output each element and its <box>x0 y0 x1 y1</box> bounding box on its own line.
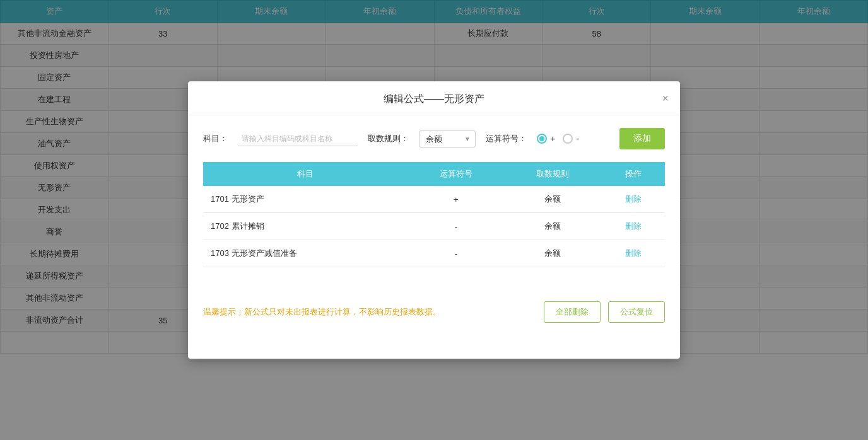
radio-plus-icon <box>537 134 547 144</box>
row2-operator: - <box>408 213 504 240</box>
table-row: 1701 无形资产 + 余额 删除 <box>203 186 665 213</box>
col-rule: 取数规则 <box>505 162 601 186</box>
add-button[interactable]: 添加 <box>619 128 665 149</box>
row2-rule: 余额 <box>505 213 601 240</box>
footer-buttons: 全部删除 公式复位 <box>544 301 665 323</box>
row1-operator: + <box>408 186 504 213</box>
table-row: 1702 累计摊销 - 余额 删除 <box>203 213 665 240</box>
col-subject: 科目 <box>203 162 408 186</box>
delete-row1-button[interactable]: 删除 <box>625 194 642 204</box>
col-operator: 运算符号 <box>408 162 504 186</box>
form-row: 科目： 取数规则： 余额 ▼ 运算符号： + <box>203 128 665 149</box>
row2-subject: 1702 累计摊销 <box>203 213 408 240</box>
operator-radio-group: + - <box>537 134 579 144</box>
row3-operator: - <box>408 240 504 267</box>
delete-row3-button[interactable]: 删除 <box>625 248 642 258</box>
col-action: 操作 <box>601 162 665 186</box>
row3-rule: 余额 <box>505 240 601 267</box>
close-button[interactable]: × <box>662 93 669 104</box>
reset-formula-button[interactable]: 公式复位 <box>608 301 665 323</box>
radio-minus[interactable]: - <box>563 134 579 144</box>
modal-overlay: 编辑公式——无形资产 × 科目： 取数规则： 余额 ▼ 运算符号： <box>0 0 868 440</box>
row3-action: 删除 <box>601 240 665 267</box>
row1-subject: 1701 无形资产 <box>203 186 408 213</box>
table-row: 1703 无形资产减值准备 - 余额 删除 <box>203 240 665 267</box>
dialog-footer: 温馨提示：新公式只对未出报表进行计算，不影响历史报表数据。 全部删除 公式复位 <box>188 292 680 334</box>
rule-label: 取数规则： <box>368 133 409 144</box>
row3-subject: 1703 无形资产减值准备 <box>203 240 408 267</box>
dialog-header: 编辑公式——无形资产 × <box>188 81 680 115</box>
radio-plus[interactable]: + <box>537 134 555 144</box>
tip-text: 温馨提示：新公式只对未出报表进行计算，不影响历史报表数据。 <box>203 306 441 318</box>
radio-plus-label: + <box>550 134 555 144</box>
rule-select[interactable]: 余额 <box>419 130 476 148</box>
row2-action: 删除 <box>601 213 665 240</box>
subject-input[interactable] <box>238 131 358 146</box>
radio-minus-label: - <box>576 134 579 144</box>
radio-minus-icon <box>563 134 573 144</box>
row1-rule: 余额 <box>505 186 601 213</box>
delete-row2-button[interactable]: 删除 <box>625 221 642 231</box>
subject-label: 科目： <box>203 133 228 144</box>
edit-formula-dialog: 编辑公式——无形资产 × 科目： 取数规则： 余额 ▼ 运算符号： <box>188 81 680 359</box>
delete-all-button[interactable]: 全部删除 <box>544 301 601 323</box>
dialog-body: 科目： 取数规则： 余额 ▼ 运算符号： + <box>188 115 680 292</box>
row1-action: 删除 <box>601 186 665 213</box>
table-header-row: 科目 运算符号 取数规则 操作 <box>203 162 665 186</box>
operator-label: 运算符号： <box>486 133 527 144</box>
formula-table: 科目 运算符号 取数规则 操作 1701 无形资产 + 余额 删除 <box>203 162 665 267</box>
rule-select-wrap: 余额 ▼ <box>419 130 476 148</box>
dialog-title: 编辑公式——无形资产 <box>384 93 484 106</box>
